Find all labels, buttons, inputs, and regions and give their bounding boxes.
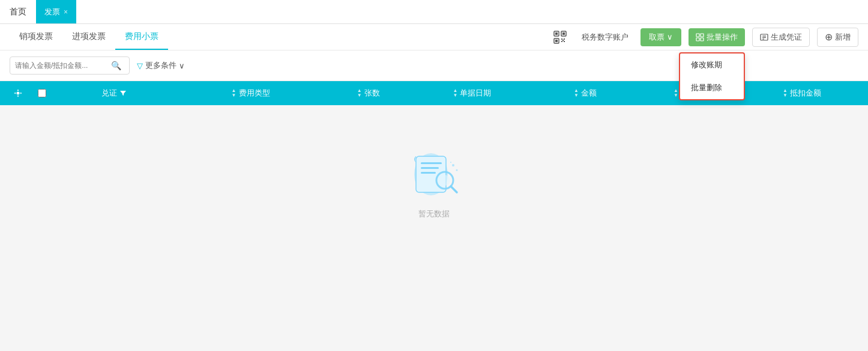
svg-rect-11 xyxy=(696,34,699,37)
th-count-label: 张数 xyxy=(364,88,380,99)
svg-rect-12 xyxy=(701,34,704,37)
add-icon: ⊕ xyxy=(825,32,833,42)
th-sort-up-expense: ▲▼ xyxy=(232,88,237,98)
sub-nav-item-sales[interactable]: 销项发票 xyxy=(10,24,62,50)
empty-state-text: 暂无数据 xyxy=(418,209,450,219)
svg-line-27 xyxy=(451,186,457,192)
th-sort-up-amount: ▲▼ xyxy=(574,88,579,98)
th-voucher-label: 兑证 xyxy=(101,88,117,99)
batch-op-label: 批量操作 xyxy=(707,32,738,43)
th-sort-up-date: ▲▼ xyxy=(453,88,458,98)
dropdown-item-batch-delete[interactable]: 批量删除 xyxy=(680,76,744,99)
svg-rect-9 xyxy=(564,41,565,42)
th-count: ▲▼ 张数 xyxy=(326,88,411,99)
th-sort-up-deduct-amount: ▲▼ xyxy=(783,88,788,98)
th-sort-up-deduct-rate: ▲▼ xyxy=(674,88,678,98)
svg-rect-5 xyxy=(555,40,558,42)
generate-voucher-button[interactable]: 生成凭证 xyxy=(752,28,810,47)
add-label: 新增 xyxy=(835,32,851,43)
sub-nav-label-expense: 费用小票 xyxy=(125,31,158,42)
sub-nav-label-purchase: 进项发票 xyxy=(72,31,106,42)
svg-rect-23 xyxy=(421,167,439,169)
get-ticket-button[interactable]: 取票 ∨ xyxy=(640,28,681,46)
th-sort-up-count: ▲▼ xyxy=(357,88,362,98)
batch-op-wrapper: 批量操作 修改账期 批量删除 xyxy=(689,28,745,46)
sub-nav: 销项发票 进项发票 费用小票 税务数字账户 xyxy=(0,24,868,50)
th-date: ▲▼ 单据日期 xyxy=(411,88,533,99)
svg-point-29 xyxy=(456,169,458,171)
nav-tab-invoice[interactable]: 发票 × xyxy=(36,0,76,23)
batch-op-button[interactable]: 批量操作 xyxy=(689,28,745,46)
batch-dropdown-menu: 修改账期 批量删除 xyxy=(679,52,745,100)
svg-rect-7 xyxy=(564,38,565,40)
filter-button[interactable]: ▽ 更多条件 ∨ xyxy=(137,60,185,71)
svg-point-28 xyxy=(452,164,454,166)
svg-point-30 xyxy=(450,162,451,163)
th-amount-label: 金额 xyxy=(581,88,597,99)
svg-point-26 xyxy=(439,175,450,186)
dropdown-item-modify-period[interactable]: 修改账期 xyxy=(680,53,744,76)
sub-nav-right: 税务数字账户 取票 ∨ 批量操作 修改账期 批量删除 xyxy=(550,28,858,47)
select-all-checkbox[interactable] xyxy=(38,89,46,97)
svg-rect-22 xyxy=(421,162,442,164)
get-ticket-arrow: ∨ xyxy=(667,32,673,41)
th-expense: ▲▼ 费用类型 xyxy=(175,88,326,99)
svg-rect-1 xyxy=(555,32,558,35)
filter-arrow: ∨ xyxy=(179,61,185,70)
svg-rect-24 xyxy=(421,172,436,174)
filter-label: 更多条件 xyxy=(145,60,176,71)
tax-account-button[interactable]: 税务数字账户 xyxy=(577,32,633,43)
th-settings[interactable] xyxy=(5,88,31,98)
empty-state: 暂无数据 xyxy=(0,105,868,243)
nav-tab-label: 发票 xyxy=(44,7,60,17)
th-expense-label: 费用类型 xyxy=(239,88,270,99)
top-nav: 首页 发票 × xyxy=(0,0,868,24)
get-ticket-label: 取票 xyxy=(649,32,665,43)
svg-rect-6 xyxy=(561,38,562,40)
th-voucher-filter-icon xyxy=(119,90,127,97)
filter-icon: ▽ xyxy=(137,61,143,70)
add-button[interactable]: ⊕ 新增 xyxy=(817,28,858,47)
nav-home[interactable]: 首页 xyxy=(0,0,36,23)
nav-tab-close[interactable]: × xyxy=(64,8,68,16)
svg-rect-3 xyxy=(562,32,565,35)
empty-state-icon xyxy=(404,141,464,201)
th-deduct-amount-label: 抵扣金额 xyxy=(790,88,821,99)
sub-nav-left: 销项发票 进项发票 费用小票 xyxy=(10,24,168,50)
svg-rect-14 xyxy=(701,38,704,41)
svg-point-19 xyxy=(17,92,20,95)
th-amount: ▲▼ 金额 xyxy=(534,88,637,99)
search-input[interactable] xyxy=(15,61,111,70)
th-deduct-amount: ▲▼ 抵扣金额 xyxy=(741,88,863,99)
svg-rect-10 xyxy=(562,40,564,41)
svg-rect-13 xyxy=(696,38,699,41)
sub-nav-item-expense[interactable]: 费用小票 xyxy=(115,24,168,50)
th-voucher: 兑证 xyxy=(53,88,175,99)
generate-voucher-label: 生成凭证 xyxy=(771,32,802,43)
svg-rect-21 xyxy=(416,156,446,192)
search-icon[interactable]: 🔍 xyxy=(111,61,121,70)
th-checkbox[interactable] xyxy=(31,89,53,97)
qr-code-button[interactable] xyxy=(550,28,570,47)
th-date-label: 单据日期 xyxy=(460,88,491,99)
search-box[interactable]: 🔍 xyxy=(10,56,130,75)
svg-rect-8 xyxy=(561,41,562,42)
sub-nav-item-purchase[interactable]: 进项发票 xyxy=(62,24,115,50)
sub-nav-label-sales: 销项发票 xyxy=(19,31,53,42)
